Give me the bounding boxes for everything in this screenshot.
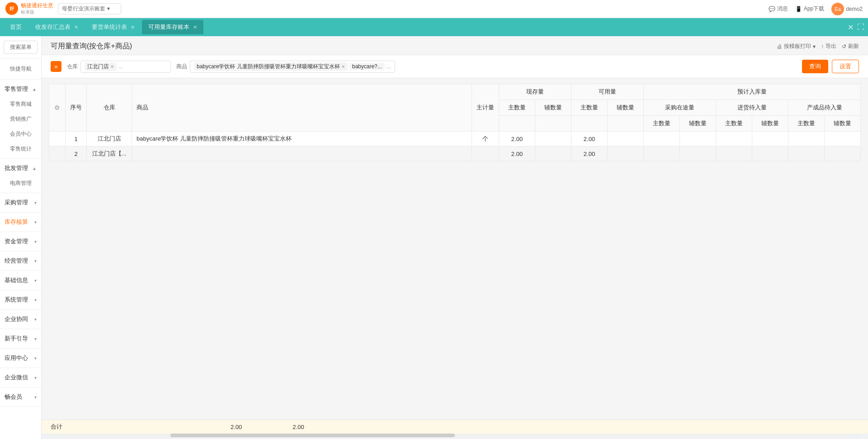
col-header-current-stock: 现存量 <box>499 84 571 100</box>
product-tag-1-close[interactable]: ✕ <box>341 64 345 69</box>
tab-requisition-stats-close[interactable]: ✕ <box>131 24 135 30</box>
cell-num-2: 2 <box>66 146 87 161</box>
sidebar-purchase-header[interactable]: 采购管理 ▾ <box>0 195 41 210</box>
refresh-btn[interactable]: ↺ 刷新 <box>842 42 859 50</box>
sidebar-wecom-header[interactable]: 企业微信 ▾ <box>0 370 41 385</box>
filter-expand-btn[interactable]: » <box>51 61 61 72</box>
product-input-wrap[interactable]: babycare学饮杯 儿童防摔防撞吸管杯重力球吸嘴杯宝宝水杯 ✕ babyca… <box>190 61 395 73</box>
total-current-main: 2.00 <box>231 424 242 430</box>
col-header-current-aux: 辅数量 <box>535 100 571 116</box>
nav-tabs-right: ✕ ⛶ <box>848 23 864 32</box>
industry-selector[interactable]: 母婴行业演示账套 ▾ <box>58 3 121 14</box>
filter-bar: » 仓库 江北门店 ✕ ... 商品 babycare学饮杯 儿童防摔防撞吸管杯… <box>42 55 868 78</box>
warehouse-more-dots[interactable]: ... <box>118 63 123 70</box>
total-available-main: 2.00 <box>292 424 304 430</box>
col-sub-purchase-aux: 辅数量 <box>680 116 716 132</box>
cell-warehouse-1: 江北门店 <box>87 132 132 146</box>
sidebar-nav: 快捷导航 <box>0 59 41 80</box>
warehouse-input-wrap[interactable]: 江北门店 ✕ ... <box>80 61 171 73</box>
user-menu[interactable]: Ea demo2 <box>831 3 863 15</box>
logo-text: 畅捷通好生意 <box>21 2 53 9</box>
chevron-down-icon-8: ▾ <box>34 317 37 322</box>
table-settings-icon[interactable]: ⚙ <box>54 104 60 111</box>
sidebar-vip-label: 畅会员 <box>5 393 22 401</box>
sidebar-section-vip: 畅会员 ▾ <box>0 387 41 407</box>
cell-purchase-main-2 <box>644 146 680 161</box>
col-sub-available-aux <box>608 116 644 132</box>
tab-available-stock-close[interactable]: ✕ <box>193 24 197 30</box>
product-tag-2: babycare?... <box>349 63 385 70</box>
top-bar-left: 好 畅捷通好生意 标准版 母婴行业演示账套 ▾ <box>5 2 121 15</box>
cell-unit-1: 个 <box>472 132 499 146</box>
page-header: 可用量查询(按仓库+商品) 🖨 按模板打印 ▾ ↑ 导出 ↺ 刷新 <box>42 36 868 55</box>
tab-requisition-stats[interactable]: 要货单统计表 ✕ <box>85 20 141 34</box>
warehouse-filter-label: 仓库 <box>67 63 78 71</box>
sidebar-basic-header[interactable]: 基础信息 ▾ <box>0 273 41 288</box>
search-menu-btn[interactable]: 搜索菜单 <box>4 41 38 54</box>
sidebar-ops-header[interactable]: 经营管理 ▾ <box>0 253 41 269</box>
page-title: 可用量查询(按仓库+商品) <box>51 42 132 51</box>
message-btn[interactable]: 💬 消息 <box>769 5 788 13</box>
sidebar: 搜索菜单 快捷导航 零售管理 ▲ 零售商城 营销推广 会员中心 零售统计 批发管… <box>0 36 42 439</box>
sidebar-enterprise-header[interactable]: 企业协同 ▾ <box>0 312 41 327</box>
query-btn[interactable]: 查询 <box>802 60 828 73</box>
print-btn[interactable]: 🖨 按模板打印 ▾ <box>777 42 816 50</box>
sidebar-system-header[interactable]: 系统管理 ▾ <box>0 292 41 307</box>
sidebar-wholesale-header[interactable]: 批发管理 ▲ <box>0 160 41 176</box>
cell-current-main-2: 2.00 <box>499 146 535 161</box>
sidebar-search-area: 搜索菜单 <box>0 36 41 59</box>
sidebar-inventory-header[interactable]: 库存核算 ▾ <box>0 214 41 230</box>
chevron-down-icon-5: ▾ <box>34 259 37 264</box>
chevron-down-icon-3: ▾ <box>34 220 37 225</box>
sidebar-retail-header[interactable]: 零售管理 ▲ <box>0 81 41 97</box>
cell-inbound-aux-2 <box>752 146 788 161</box>
fullscreen-icon[interactable]: ⛶ <box>857 23 864 31</box>
refresh-icon: ↺ <box>842 43 846 50</box>
app-download-label: App下载 <box>804 5 824 13</box>
avatar: Ea <box>831 3 844 15</box>
sidebar-newbie-header[interactable]: 新手引导 ▾ <box>0 331 41 346</box>
horizontal-scrollbar[interactable] <box>49 434 861 437</box>
product-filter: 商品 babycare学饮杯 儿童防摔防撞吸管杯重力球吸嘴杯宝宝水杯 ✕ bab… <box>176 61 395 73</box>
tab-receipt-summary-close[interactable]: ✕ <box>74 24 78 30</box>
chevron-down-icon-10: ▾ <box>34 356 37 361</box>
export-label: 导出 <box>826 42 836 50</box>
cell-purchase-aux-2 <box>680 146 716 161</box>
sidebar-item-retail-mall[interactable]: 零售商城 <box>0 97 41 112</box>
cell-product-1: babycare学饮杯 儿童防摔防撞吸管杯重力球吸嘴杯宝宝水杯 <box>132 132 472 146</box>
tab-home-label: 首页 <box>10 23 22 31</box>
app-download-btn[interactable]: 📱 App下载 <box>795 5 824 13</box>
cell-current-aux-2 <box>535 146 571 161</box>
cell-warehouse-2: 江北门店【... <box>87 146 132 161</box>
sidebar-item-quick-nav[interactable]: 快捷导航 <box>0 61 41 76</box>
sidebar-item-ecommerce[interactable]: 电商管理 <box>0 176 41 191</box>
sidebar-item-retail-stats[interactable]: 零售统计 <box>0 142 41 156</box>
product-tag-1: babycare学饮杯 儿童防摔防撞吸管杯重力球吸嘴杯宝宝水杯 ✕ <box>194 62 348 71</box>
sidebar-item-marketing[interactable]: 营销推广 <box>0 112 41 127</box>
cell-purchase-aux-1 <box>680 132 716 146</box>
close-all-tabs-icon[interactable]: ✕ <box>848 23 854 32</box>
warehouse-tag-close[interactable]: ✕ <box>110 64 114 69</box>
col-header-forecast: 预计入库量 <box>644 84 861 100</box>
sidebar-system-label: 系统管理 <box>5 296 28 304</box>
tab-available-stock[interactable]: 可用量库存账本 ✕ <box>142 20 203 34</box>
sidebar-section-wecom: 企业微信 ▾ <box>0 368 41 387</box>
sidebar-finance-header[interactable]: 资金管理 ▾ <box>0 234 41 249</box>
chevron-down-icon-6: ▾ <box>34 278 37 283</box>
cell-current-aux-1 <box>535 132 571 146</box>
sidebar-newbie-label: 新手引导 <box>5 335 28 343</box>
chevron-down-icon: ▾ <box>107 5 110 12</box>
sidebar-item-members[interactable]: 会员中心 <box>0 127 41 142</box>
setting-btn[interactable]: 设置 <box>832 60 859 73</box>
tab-home[interactable]: 首页 <box>4 20 28 34</box>
export-btn[interactable]: ↑ 导出 <box>821 42 836 50</box>
sidebar-vip-header[interactable]: 畅会员 ▾ <box>0 389 41 405</box>
tab-available-stock-label: 可用量库存账本 <box>148 23 189 31</box>
cell-settings-2 <box>49 146 66 161</box>
sidebar-wecom-label: 企业微信 <box>5 373 28 382</box>
chevron-down-icon-2: ▾ <box>34 200 37 205</box>
sidebar-appstore-header[interactable]: 应用中心 ▾ <box>0 350 41 366</box>
product-more-dots[interactable]: ... <box>387 63 391 70</box>
tab-receipt-summary[interactable]: 收发存汇总表 ✕ <box>29 20 85 34</box>
cell-product-aux-2 <box>825 146 861 161</box>
